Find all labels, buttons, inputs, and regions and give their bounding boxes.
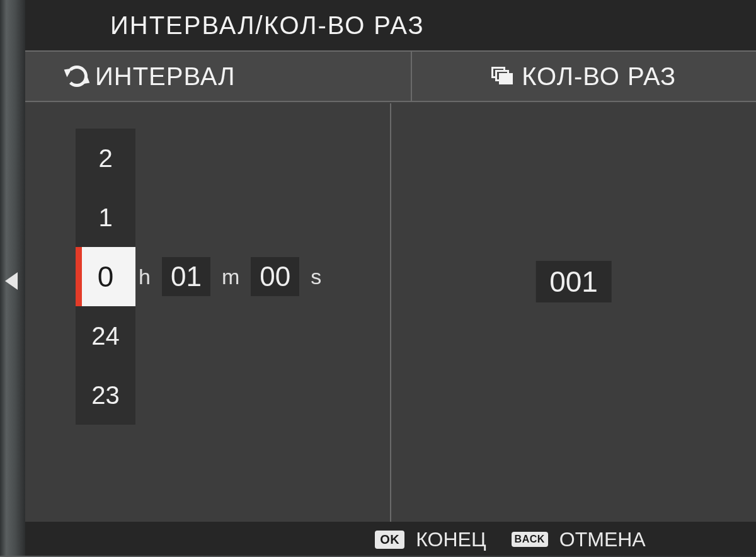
seconds-value[interactable]: 00: [251, 257, 299, 296]
hours-option[interactable]: 1: [76, 188, 135, 247]
hours-option[interactable]: 23: [76, 365, 135, 425]
interval-pane: 2 1 0 24 23 h 01 m 00 s: [25, 103, 390, 522]
refresh-icon: [66, 66, 88, 87]
header-interval: ИНТЕРВАЛ: [25, 52, 411, 101]
hours-spinner[interactable]: 2 1 0 24 23: [76, 129, 135, 425]
header-count-label: КОЛ-ВО РАЗ: [522, 62, 676, 91]
minutes-unit: m: [222, 265, 239, 289]
footer-ok-group[interactable]: OK КОНЕЦ: [375, 528, 486, 551]
seconds-unit: s: [311, 265, 321, 289]
burst-stack-icon: [491, 67, 514, 86]
ok-keycap: OK: [375, 531, 404, 549]
nav-left-arrow[interactable]: [5, 272, 18, 290]
hours-option[interactable]: 24: [76, 306, 135, 365]
hours-option-selected[interactable]: 0: [76, 247, 135, 306]
minutes-value[interactable]: 01: [162, 257, 210, 296]
page-title: ИНТЕРВАЛ/КОЛ-ВО РАЗ: [110, 11, 425, 40]
back-keycap: BACK: [512, 532, 548, 547]
hours-option[interactable]: 2: [76, 129, 135, 188]
count-value[interactable]: 001: [536, 261, 612, 302]
body-area: 2 1 0 24 23 h 01 m 00 s 001: [25, 103, 756, 522]
back-label: ОТМЕНА: [559, 528, 646, 551]
ok-label: КОНЕЦ: [416, 528, 486, 551]
column-headers: ИНТЕРВАЛ КОЛ-ВО РАЗ: [25, 50, 756, 102]
left-scrollbar: [0, 0, 25, 557]
header-count: КОЛ-ВО РАЗ: [411, 52, 757, 101]
interval-row: h 01 m 00 s: [139, 247, 321, 306]
count-pane: 001: [390, 103, 756, 522]
hours-unit: h: [139, 265, 151, 289]
footer-bar: OK КОНЕЦ BACK ОТМЕНА: [25, 522, 756, 557]
footer-back-group[interactable]: BACK ОТМЕНА: [512, 528, 646, 551]
page-title-bar: ИНТЕРВАЛ/КОЛ-ВО РАЗ: [25, 0, 756, 50]
camera-menu-screen: ИНТЕРВАЛ/КОЛ-ВО РАЗ ИНТЕРВАЛ КОЛ-ВО РАЗ …: [0, 0, 756, 557]
header-interval-label: ИНТЕРВАЛ: [95, 62, 236, 91]
